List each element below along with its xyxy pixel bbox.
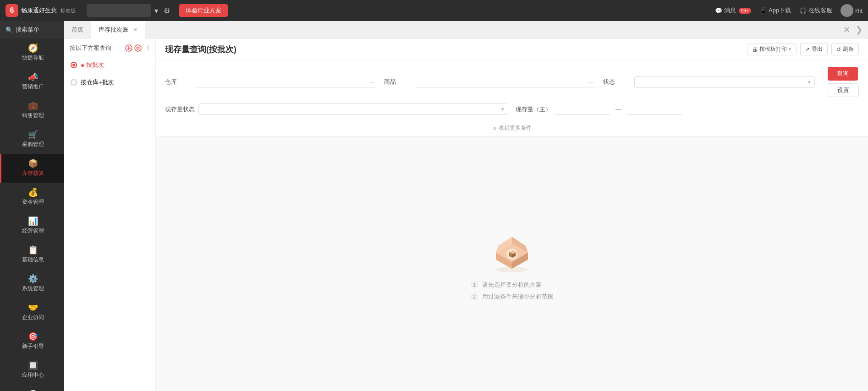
filter-status: 状态 ▾ [603, 76, 815, 88]
sidebar-item-system[interactable]: ⚙️ 系统管理 [0, 269, 64, 298]
collapse-panel-btn[interactable]: 《 [143, 44, 150, 52]
stock-status-label: 现存量状态 [165, 105, 195, 114]
main-layout: 🔍 搜索菜单 🧭 快捷导航 📣 营销推广 💼 销售管理 🛒 采购管理 📦 库存核… [0, 21, 868, 391]
header-right: 💬 消息 99+ 📱 App下载 🎧 在线客服 Rit [715, 4, 863, 17]
add-scheme-btn[interactable] [125, 44, 132, 52]
nav-input[interactable] [87, 4, 151, 17]
company-name: 畅康通好生意 [21, 6, 57, 15]
sidebar-item-inventory[interactable]: 📦 库存核算 [0, 154, 64, 183]
user-name: Rit [855, 7, 863, 14]
svg-point-4 [137, 47, 139, 49]
stock-qty-from-input[interactable] [555, 104, 610, 115]
tip-text-2: 用过滤条件来缩小分析范围 [482, 293, 554, 301]
purchase-icon: 🛒 [28, 130, 38, 139]
sidebar-item-operations[interactable]: 📊 经营管理 [0, 212, 64, 240]
main-content-area: 📦 1 请先选择要分析的方案 2 用过滤条件来缩小分析范围 [156, 137, 868, 391]
page-title-bar: 现存量查询(按批次) 🖨 按模板打印 ▾ ↗ 导出 ↺ [156, 38, 868, 60]
inventory-icon: 📦 [28, 159, 38, 168]
refresh-icon: ↺ [836, 46, 841, 53]
content-area: 首页 库存批次账 ✕ ✕ ❯ 按以下方案查询 [64, 21, 868, 391]
sidebar-item-quick-nav[interactable]: 🧭 快捷导航 [0, 38, 64, 67]
app-download-action[interactable]: 📱 App下载 [759, 6, 791, 15]
tab-bar-more-btn[interactable]: ❯ [854, 23, 864, 37]
tab-home[interactable]: 首页 [64, 21, 91, 38]
collapse-row[interactable]: ∧ 收起更多条件 [165, 121, 859, 136]
filter-panel-header: 按以下方案查询 [64, 38, 155, 56]
sidebar-item-newbie[interactable]: 🎯 新手引导 [0, 327, 64, 356]
sidebar-item-enterprise[interactable]: 🤝 企业协同 [0, 298, 64, 327]
export-btn[interactable]: ↗ 导出 [800, 43, 828, 55]
stock-status-arrow: ▾ [501, 106, 504, 112]
right-panel: 现存量查询(按批次) 🖨 按模板打印 ▾ ↗ 导出 ↺ [156, 38, 868, 391]
inventory-label: 库存核算 [22, 169, 44, 177]
sidebar-item-wechat[interactable]: 💬 企业微信 [0, 385, 64, 391]
scheme-item-by-batch[interactable]: ● 按批次 [64, 56, 155, 74]
header-left: 6 畅康通好生意 标准版 ▾ ⚙ 体验行业方案 [5, 4, 715, 17]
empty-icon: 📦 [484, 228, 539, 273]
warehouse-more-icon: ··· [369, 79, 374, 86]
sidebar-item-marketing[interactable]: 📣 营销推广 [0, 67, 64, 96]
user-area[interactable]: Rit [841, 4, 863, 17]
empty-tips: 1 请先选择要分析的方案 2 用过滤条件来缩小分析范围 [470, 281, 554, 301]
top-header: 6 畅康通好生意 标准版 ▾ ⚙ 体验行业方案 💬 消息 99+ 📱 App下载… [0, 0, 868, 21]
logo-icon: 6 [5, 4, 18, 17]
finance-label: 资金管理 [22, 198, 44, 206]
filter-panel-actions: 《 [125, 44, 150, 52]
tab-bar: 首页 库存批次账 ✕ ✕ ❯ [64, 21, 868, 38]
settings-button[interactable]: 设置 [828, 83, 859, 97]
refresh-btn[interactable]: ↺ 刷新 [831, 43, 859, 55]
manage-schemes-btn[interactable] [134, 44, 142, 52]
page-title: 现存量查询(按批次) [165, 44, 236, 55]
empty-state: 📦 1 请先选择要分析的方案 2 用过滤条件来缩小分析范围 [470, 228, 554, 301]
status-label: 状态 [603, 78, 631, 86]
query-button[interactable]: 查询 [828, 67, 858, 81]
marketing-icon: 📣 [28, 73, 38, 81]
tab-home-label: 首页 [71, 26, 83, 34]
tab-inventory-batch[interactable]: 库存批次账 ✕ [91, 21, 145, 38]
purchase-label: 采购管理 [22, 141, 44, 148]
product-input[interactable] [415, 76, 596, 87]
product-input-wrapper: ··· [415, 76, 596, 87]
sidebar-item-purchase[interactable]: 🛒 采购管理 [0, 125, 64, 154]
tab-close-icon[interactable]: ✕ [133, 27, 137, 33]
status-arrow-icon: ▾ [808, 79, 811, 85]
scheme-item-by-warehouse-batch[interactable]: 按仓库+批次 [64, 74, 155, 91]
header-nav-group: ▾ ⚙ [87, 4, 172, 17]
stock-status-dropdown[interactable]: ▾ [198, 103, 508, 115]
sidebar-item-basics[interactable]: 📋 基础信息 [0, 240, 64, 269]
logo-area: 6 畅康通好生意 标准版 [5, 4, 76, 17]
print-dropdown-icon: ▾ [789, 46, 791, 52]
quick-nav-label: 快捷导航 [22, 54, 44, 62]
nav-dropdown-btn[interactable]: ▾ [153, 5, 160, 17]
newbie-label: 新手引导 [22, 342, 44, 350]
title-bar-actions: 🖨 按模板打印 ▾ ↗ 导出 ↺ 刷新 [747, 43, 859, 55]
warehouse-input[interactable] [196, 76, 377, 87]
sidebar-item-finance[interactable]: 💰 资金管理 [0, 183, 64, 212]
print-template-btn[interactable]: 🖨 按模板打印 ▾ [747, 43, 797, 55]
warehouse-label: 仓库 [165, 78, 192, 86]
sidebar: 🔍 搜索菜单 🧭 快捷导航 📣 营销推广 💼 销售管理 🛒 采购管理 📦 库存核… [0, 21, 64, 391]
sidebar-item-sales[interactable]: 💼 销售管理 [0, 96, 64, 125]
tab-bar-close-btn[interactable]: ✕ [840, 25, 854, 35]
tab-bar-right: ✕ ❯ [840, 23, 868, 37]
scheme-by-warehouse-batch-label: 按仓库+批次 [81, 78, 114, 87]
tip-num-1: 1 [470, 281, 478, 289]
product-label: 商品 [384, 78, 412, 86]
messages-action[interactable]: 💬 消息 99+ [715, 6, 751, 15]
stock-qty-to-input[interactable] [627, 104, 682, 115]
operations-label: 经营管理 [22, 227, 44, 235]
settings-circle-icon [134, 44, 142, 52]
filter-stock-status: 现存量状态 ▾ [165, 103, 508, 115]
message-icon: 💬 [715, 7, 722, 14]
filter-row-2: 现存量状态 ▾ 现存量（主） — [165, 103, 859, 115]
online-service-action[interactable]: 🎧 在线客服 [799, 6, 832, 15]
warehouse-input-wrapper: ··· [196, 76, 377, 87]
sidebar-item-apps[interactable]: 🔲 应用中心 [0, 356, 64, 385]
apps-icon: 🔲 [28, 361, 38, 369]
quick-nav-icon: 🧭 [28, 44, 38, 52]
search-label: 搜索菜单 [16, 26, 39, 34]
status-dropdown[interactable]: ▾ [634, 76, 815, 88]
sidebar-search[interactable]: 🔍 搜索菜单 [0, 21, 64, 38]
experience-btn[interactable]: 体验行业方案 [179, 4, 228, 17]
nav-settings-btn[interactable]: ⚙ [162, 5, 172, 17]
